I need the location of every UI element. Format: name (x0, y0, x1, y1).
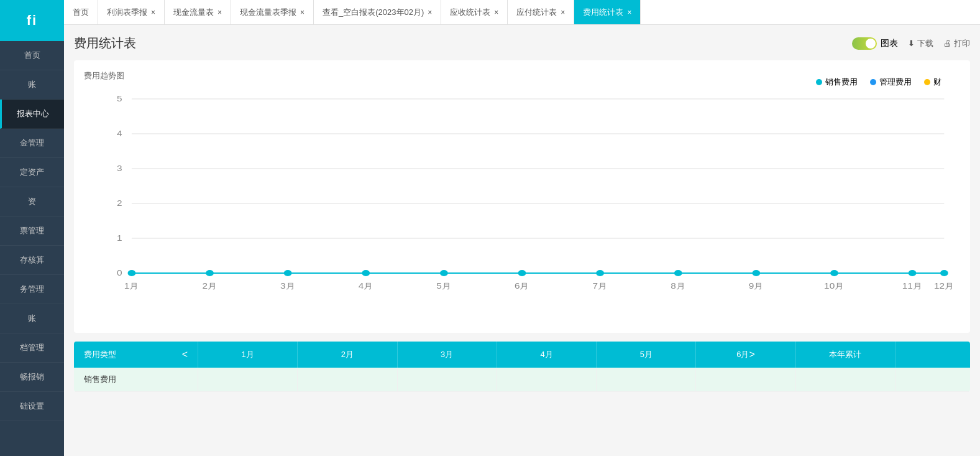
sidebar-item-home[interactable]: 首页 (0, 41, 64, 70)
header-ytd: 本年累计 (796, 342, 895, 368)
tab-payable[interactable]: 应付统计表 × (508, 0, 574, 24)
sidebar-item-report-center[interactable]: 报表中心 (0, 100, 64, 129)
cell-sales-m1 (198, 368, 298, 391)
nav-prev[interactable]: < (182, 349, 188, 360)
tab-profit-quarterly[interactable]: 利润表季报 × (98, 0, 165, 24)
svg-text:10月: 10月 (824, 282, 845, 291)
svg-point-13 (206, 270, 214, 276)
svg-point-23 (940, 270, 948, 276)
svg-text:7月: 7月 (593, 282, 608, 291)
header-month-4: 4月 (497, 342, 597, 368)
svg-text:2月: 2月 (202, 282, 217, 291)
svg-point-14 (284, 270, 292, 276)
chart-toggle[interactable] (852, 37, 877, 50)
table-header: 费用类型 < 1月 2月 3月 4月 5月 6月 > 本年累计 (74, 342, 970, 368)
app-logo: fi (0, 0, 64, 41)
svg-text:1: 1 (117, 235, 122, 243)
print-button[interactable]: 🖨 打印 (943, 38, 970, 49)
download-button[interactable]: ⬇ 下载 (908, 38, 933, 49)
tab-close-cashflow[interactable]: × (218, 8, 222, 17)
cell-sales-ytd (796, 368, 895, 391)
svg-text:12月: 12月 (934, 282, 955, 291)
cell-sales-m4 (497, 368, 597, 391)
tab-close-profit-quarterly[interactable]: × (151, 8, 155, 17)
svg-text:9月: 9月 (749, 282, 764, 291)
svg-text:6月: 6月 (515, 282, 529, 291)
header-month-5: 5月 (597, 342, 696, 368)
tab-receivable[interactable]: 应收统计表 × (441, 0, 508, 24)
nav-next[interactable]: > (749, 349, 755, 360)
sidebar-item-fixed-assets[interactable]: 定资产 (0, 158, 64, 187)
sidebar-item-inventory[interactable]: 存核算 (0, 246, 64, 275)
cell-sales-m2 (298, 368, 397, 391)
sidebar-item-business[interactable]: 务管理 (0, 275, 64, 304)
header-month-3: 3月 (398, 342, 497, 368)
sidebar: fi 首页 账 报表中心 金管理 定资产 资 票管理 存核算 务管理 账 档管理… (0, 0, 64, 456)
tab-expense-stats[interactable]: 费用统计表 × (574, 0, 641, 24)
legend-dot-admin (870, 79, 876, 85)
svg-point-21 (830, 270, 838, 276)
tab-blank-report[interactable]: 查看_空白报表(2023年02月) × (314, 0, 441, 24)
cell-sales-m5 (597, 368, 696, 391)
content-area: 费用统计表 图表 ⬇ 下载 🖨 打印 费用趋势图 (64, 25, 980, 456)
sidebar-item-archive[interactable]: 档管理 (0, 333, 64, 363)
download-icon: ⬇ (908, 39, 915, 48)
svg-text:2: 2 (117, 200, 122, 208)
table-row-sales: 销售费用 (74, 368, 970, 392)
svg-text:5月: 5月 (436, 282, 451, 291)
svg-text:5: 5 (117, 95, 122, 103)
chart-container: 5 4 3 2 1 0 (84, 86, 960, 323)
cell-sales-m6 (696, 368, 795, 391)
legend-dot-sales (816, 79, 822, 85)
print-icon: 🖨 (943, 39, 951, 48)
page-title: 费用统计表 (74, 35, 136, 52)
svg-point-16 (440, 270, 448, 276)
tab-close-blank-report[interactable]: × (428, 8, 432, 17)
svg-text:3: 3 (117, 165, 122, 173)
svg-point-22 (909, 270, 917, 276)
tab-close-expense-stats[interactable]: × (627, 8, 631, 17)
tab-close-cashflow-quarterly[interactable]: × (300, 8, 305, 17)
svg-text:1月: 1月 (124, 282, 139, 291)
tab-close-receivable[interactable]: × (494, 8, 498, 17)
cell-sales-m3 (398, 368, 497, 391)
chart-svg: 5 4 3 2 1 0 (84, 86, 960, 310)
svg-text:11月: 11月 (902, 282, 923, 291)
chart-card: 费用趋势图 销售费用 管理费用 财 (74, 60, 970, 333)
sidebar-item-ticket[interactable]: 票管理 (0, 216, 64, 246)
header-expense-type: 费用类型 < (74, 342, 198, 368)
sidebar-item-expense[interactable]: 畅报销 (0, 363, 64, 392)
svg-point-18 (596, 270, 604, 276)
chart-toggle-wrap: 图表 (852, 37, 898, 50)
header-month-2: 2月 (298, 342, 397, 368)
sidebar-item-account[interactable]: 账 (0, 70, 64, 100)
tab-home[interactable]: 首页 (64, 0, 98, 24)
svg-text:4: 4 (117, 130, 122, 138)
tab-bar: 首页 利润表季报 × 现金流量表 × 现金流量表季报 × 查看_空白报表(202… (64, 0, 980, 25)
tab-close-payable[interactable]: × (561, 8, 565, 17)
sidebar-item-investment[interactable]: 资 (0, 187, 64, 216)
svg-point-20 (752, 270, 760, 276)
chart-toggle-label: 图表 (881, 38, 898, 49)
header-actions: 图表 ⬇ 下载 🖨 打印 (852, 37, 970, 50)
svg-point-19 (674, 270, 682, 276)
main-area: 首页 利润表季报 × 现金流量表 × 现金流量表季报 × 查看_空白报表(202… (64, 0, 980, 456)
svg-text:0: 0 (117, 269, 122, 277)
svg-text:4月: 4月 (359, 282, 373, 291)
tab-cashflow[interactable]: 现金流量表 × (165, 0, 231, 24)
svg-point-17 (518, 270, 526, 276)
svg-point-12 (128, 270, 136, 276)
tab-cashflow-quarterly[interactable]: 现金流量表季报 × (231, 0, 314, 24)
legend-dot-finance (924, 79, 930, 85)
sidebar-item-ledger[interactable]: 账 (0, 304, 64, 333)
sidebar-item-settings[interactable]: 础设置 (0, 392, 64, 421)
header-month-6: 6月 > (696, 342, 795, 368)
svg-text:3月: 3月 (280, 282, 295, 291)
sidebar-item-finance[interactable]: 金管理 (0, 129, 64, 158)
svg-text:8月: 8月 (671, 282, 685, 291)
header-month-1: 1月 (198, 342, 298, 368)
cell-type-sales: 销售费用 (74, 368, 198, 391)
svg-point-15 (362, 270, 370, 276)
page-header: 费用统计表 图表 ⬇ 下载 🖨 打印 (74, 35, 970, 52)
data-table: 费用类型 < 1月 2月 3月 4月 5月 6月 > 本年累计 销售费用 (74, 342, 970, 392)
